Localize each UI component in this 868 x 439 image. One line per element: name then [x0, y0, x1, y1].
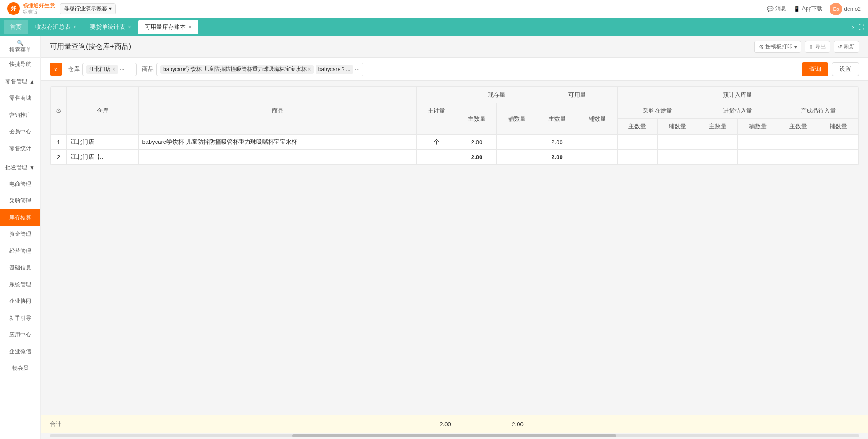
product-filter-tag-2: babycare？... — [316, 65, 353, 74]
tab-home[interactable]: 首页 — [4, 20, 28, 34]
sidebar-item-wholesale-mgmt-label: 批发管理 — [5, 164, 27, 171]
summary-bar: 合计 2.00 2.00 — [41, 415, 868, 433]
export-icon: ⬆ — [809, 44, 813, 50]
app-logo-text: 畅捷通好生意 — [23, 2, 55, 9]
chevron-icon: ▲ — [29, 79, 35, 85]
td-goods-aux-2 — [738, 150, 778, 165]
tab-receive-pay[interactable]: 收发存汇总表 × — [29, 20, 83, 34]
th-goods-in-group: 进货待入量 — [698, 103, 778, 119]
sidebar-item-retail-stat[interactable]: 零售统计 — [0, 140, 40, 157]
tab-available-stock[interactable]: 可用量库存账本 × — [138, 20, 198, 34]
gear-icon[interactable]: ⚙ — [56, 107, 61, 114]
chevron-down-icon-2: ▼ — [29, 165, 35, 171]
app-download-label: App下载 — [802, 5, 822, 13]
message-btn[interactable]: 💬 消息 — [767, 5, 786, 13]
sidebar-item-new-guide[interactable]: 新手引导 — [0, 310, 40, 326]
sidebar-item-marketing[interactable]: 营销推广 — [0, 107, 40, 123]
product-tag-value-1: babycare学饮杯 儿童防摔防撞吸管杯重力球吸嘴杯宝宝水杯 — [163, 66, 307, 73]
sidebar-item-retail-mall[interactable]: 零售商城 — [0, 90, 40, 107]
sidebar-item-member-center[interactable]: 会员中心 — [0, 123, 40, 140]
sidebar-item-retail-stat-label: 零售统计 — [9, 145, 31, 152]
tab-available-stock-close[interactable]: × — [189, 24, 192, 30]
tab-bar-right: × ⛶ — [851, 24, 864, 31]
td-current-main-1: 2.00 — [457, 135, 497, 150]
sidebar-item-member-plus[interactable]: 畅会员 — [0, 360, 40, 377]
scroll-bar[interactable] — [50, 434, 859, 437]
user-area[interactable]: Ea demo2 — [830, 3, 861, 15]
td-avail-main-2: 2.00 — [537, 150, 577, 165]
warehouse-tag-close[interactable]: × — [112, 66, 115, 72]
product-tag-1-close[interactable]: × — [308, 66, 311, 72]
industry-selector[interactable]: 母婴行业演示账套 ▾ — [60, 3, 116, 14]
th-product: 商品 — [138, 87, 416, 135]
sidebar-item-enterprise-wechat-label: 企业微信 — [9, 348, 31, 355]
sidebar-item-purchase-mgmt[interactable]: 采购管理 — [0, 193, 40, 209]
top-bar-right: 💬 消息 📱 App下载 Ea demo2 — [767, 3, 861, 15]
settings-btn[interactable]: 设置 — [832, 62, 859, 76]
sidebar-item-app-center[interactable]: 应用中心 — [0, 326, 40, 343]
warehouse-filter-input[interactable]: 江北门店 × ··· — [82, 63, 137, 76]
app-icon: 📱 — [793, 6, 800, 12]
product-filter-input[interactable]: babycare学饮杯 儿童防摔防撞吸管杯重力球吸嘴杯宝宝水杯 × babyca… — [156, 63, 363, 76]
app-download-btn[interactable]: 📱 App下载 — [793, 5, 822, 13]
print-icon: 🖨 — [758, 44, 764, 50]
summary-available-main-qty: 2.00 — [500, 421, 536, 428]
th-available-aux-qty: 辅数量 — [577, 103, 618, 135]
sidebar-item-retail-mgmt[interactable]: 零售管理 ▲ — [0, 73, 40, 90]
product-filter-more[interactable]: ··· — [355, 66, 359, 72]
th-current-main-qty: 主数量 — [457, 103, 497, 135]
th-product-main: 主数量 — [778, 119, 818, 135]
top-bar-left: 好 畅捷通好生意 标准版 母婴行业演示账套 ▾ — [7, 2, 116, 15]
search-icon: 🔍 — [17, 40, 24, 46]
summary-current-main-qty: 2.00 — [427, 421, 463, 428]
tab-order-stat-close[interactable]: × — [128, 24, 131, 30]
refresh-btn[interactable]: ↺ 刷新 — [834, 41, 859, 53]
td-warehouse-2: 江北门店【... — [67, 150, 139, 165]
th-current-stock-group: 现存量 — [457, 87, 537, 103]
export-label: 导出 — [815, 43, 826, 51]
data-table: ⚙ 仓库 商品 主计量 现存量 可用量 预计入库量 主数量 辅数量 — [50, 87, 859, 165]
sidebar-item-system-mgmt[interactable]: 系统管理 — [0, 276, 40, 293]
sidebar-item-enterprise-wechat[interactable]: 企业微信 — [0, 343, 40, 360]
sidebar-item-operation-mgmt[interactable]: 经营管理 — [0, 243, 40, 260]
sidebar-item-ecommerce-mgmt-label: 电商管理 — [9, 180, 31, 188]
tab-close-all-btn[interactable]: × — [851, 24, 855, 31]
td-current-main-2: 2.00 — [457, 150, 497, 165]
sidebar-item-new-guide-label: 新手引导 — [9, 314, 31, 322]
filter-bar: » 仓库 江北门店 × ··· 商品 babycare学饮杯 儿童防摔防撞吸管杯… — [41, 58, 868, 81]
td-current-aux-1 — [497, 135, 537, 150]
tab-available-stock-label: 可用量库存账本 — [145, 23, 186, 31]
filter-expand-btn[interactable]: » — [50, 63, 62, 76]
summary-label: 合计 — [50, 420, 104, 428]
td-goods-main-1 — [698, 135, 738, 150]
warehouse-filter-field: 仓库 江北门店 × ··· — [68, 63, 137, 76]
product-filter-field: 商品 babycare学饮杯 儿童防摔防撞吸管杯重力球吸嘴杯宝宝水杯 × bab… — [142, 63, 363, 76]
td-product-aux-2 — [818, 150, 859, 165]
tab-order-stat-label: 要货单统计表 — [90, 23, 125, 31]
print-label: 按模板打印 — [765, 43, 793, 51]
sidebar-item-system-mgmt-label: 系统管理 — [9, 281, 31, 288]
sidebar-item-basic-info-label: 基础信息 — [9, 264, 31, 272]
print-btn[interactable]: 🖨 按模板打印 ▾ — [754, 41, 801, 53]
tab-receive-pay-close[interactable]: × — [73, 24, 76, 30]
scroll-thumb[interactable] — [292, 434, 616, 437]
sidebar-item-ecommerce-mgmt[interactable]: 电商管理 — [0, 176, 40, 193]
sidebar-item-fund-mgmt[interactable]: 资金管理 — [0, 226, 40, 243]
td-warehouse-1: 江北门店 — [67, 135, 139, 150]
sidebar-item-basic-info[interactable]: 基础信息 — [0, 260, 40, 276]
td-purchase-aux-1 — [657, 135, 698, 150]
td-row-num-2: 2 — [51, 150, 67, 165]
export-btn[interactable]: ⬆ 导出 — [805, 41, 830, 53]
sidebar-search-btn[interactable]: 🔍 搜索菜单 — [0, 36, 40, 58]
sidebar-item-inventory-check[interactable]: 库存核算 — [0, 209, 40, 226]
warehouse-filter-label: 仓库 — [68, 65, 80, 73]
sidebar-item-wholesale-mgmt[interactable]: 批发管理 ▼ — [0, 159, 40, 176]
sidebar-quick-nav[interactable]: 快捷导航 — [0, 58, 40, 71]
tab-expand-btn[interactable]: ⛶ — [859, 24, 864, 31]
sidebar-item-enterprise-collab[interactable]: 企业协同 — [0, 293, 40, 310]
query-btn[interactable]: 查询 — [802, 62, 828, 76]
warehouse-filter-more[interactable]: ··· — [120, 66, 124, 72]
data-table-wrapper: ⚙ 仓库 商品 主计量 现存量 可用量 预计入库量 主数量 辅数量 — [50, 86, 859, 165]
tab-order-stat[interactable]: 要货单统计表 × — [84, 20, 137, 34]
table-row: 1 江北门店 babycare学饮杯 儿童防摔防撞吸管杯重力球吸嘴杯宝宝水杯 个… — [51, 135, 859, 150]
